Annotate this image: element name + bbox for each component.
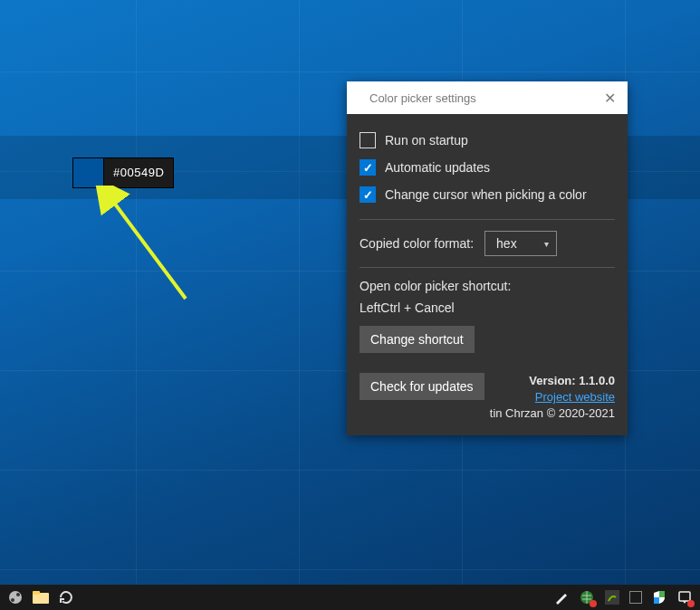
svg-point-2 (16, 593, 20, 596)
chevron-down-icon: ▾ (544, 239, 549, 249)
checkbox-automatic-updates[interactable]: ✓ (360, 159, 376, 176)
nvidia-icon[interactable] (604, 589, 620, 605)
explorer-icon[interactable] (33, 589, 49, 605)
check-for-updates-button[interactable]: Check for updates (360, 373, 484, 400)
svg-line-0 (111, 199, 186, 299)
checkbox-run-on-startup-row: Run on startup (360, 127, 615, 154)
project-website-link[interactable]: Project website (535, 390, 615, 404)
taskbar-left (7, 589, 74, 605)
version-line: Version: 1.1.0.0 (490, 373, 615, 389)
annotation-arrow (95, 186, 204, 312)
divider (360, 219, 615, 220)
color-swatch-hex: #00549D (104, 158, 173, 187)
shortcut-value: LeftCtrl + Cancel (360, 300, 615, 315)
svg-rect-8 (659, 591, 665, 597)
action-center-icon[interactable] (676, 589, 693, 605)
steam-icon[interactable] (7, 589, 24, 605)
dialog-footer: Check for updates Version: 1.1.0.0 Proje… (360, 373, 615, 423)
color-swatch-preview (73, 158, 104, 187)
copyright-text: tin Chrzan © 2020-2021 (490, 405, 615, 422)
version-block: Version: 1.1.0.0 Project website tin Chr… (490, 373, 615, 423)
pen-icon[interactable] (553, 589, 570, 605)
close-icon[interactable]: ✕ (600, 89, 618, 107)
svg-rect-10 (679, 592, 690, 601)
tray-overflow-icon[interactable] (629, 591, 642, 604)
color-format-row: Copied color format: hex ▾ (360, 231, 615, 256)
dialog-title: Color picker settings (369, 91, 476, 105)
svg-point-3 (11, 598, 14, 602)
svg-rect-5 (33, 591, 40, 595)
shortcut-label: Open color picker shortcut: (360, 279, 615, 293)
taskbar-right (553, 589, 693, 605)
svg-point-1 (9, 591, 22, 604)
taskbar (0, 585, 700, 610)
settings-dialog: Color picker settings ✕ Run on startup ✓… (347, 81, 628, 435)
globe-icon[interactable] (579, 589, 595, 605)
color-format-value: hex (496, 236, 517, 251)
divider (360, 267, 615, 268)
checkbox-change-cursor-label: Change cursor when picking a color (385, 187, 587, 202)
svg-rect-9 (654, 597, 659, 604)
shield-icon[interactable] (651, 589, 667, 605)
dialog-body: Run on startup ✓ Automatic updates ✓ Cha… (347, 114, 628, 435)
color-format-select[interactable]: hex ▾ (484, 231, 557, 256)
refresh-icon[interactable] (58, 589, 74, 605)
color-swatch-tooltip: #00549D (72, 157, 174, 188)
checkbox-change-cursor[interactable]: ✓ (360, 186, 376, 203)
checkbox-run-on-startup[interactable] (360, 132, 376, 148)
color-format-label: Copied color format: (360, 236, 474, 251)
checkbox-change-cursor-row: ✓ Change cursor when picking a color (360, 181, 615, 208)
change-shortcut-button[interactable]: Change shortcut (360, 326, 475, 353)
checkbox-automatic-updates-label: Automatic updates (385, 160, 490, 175)
checkbox-run-on-startup-label: Run on startup (385, 133, 468, 148)
dialog-titlebar[interactable]: Color picker settings ✕ (347, 81, 628, 114)
checkbox-automatic-updates-row: ✓ Automatic updates (360, 154, 615, 181)
